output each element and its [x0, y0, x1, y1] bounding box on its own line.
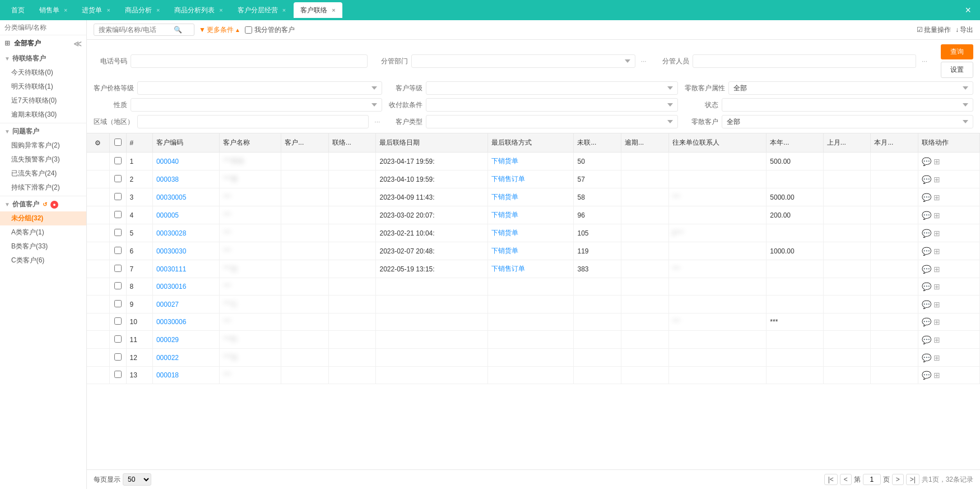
close-customer-tier-tab[interactable]: ×	[282, 7, 286, 13]
row-last-contact-method[interactable]: 下销货单	[488, 242, 574, 260]
my-customers-checkbox[interactable]: 我分管的客户	[245, 25, 295, 35]
first-page-button[interactable]: |<	[824, 474, 838, 485]
tab-sales[interactable]: 销售单 ×	[32, 2, 74, 18]
col-contact[interactable]: 联络...	[328, 133, 376, 153]
group-pending-contact[interactable]: ▼ 待联络客户	[0, 52, 86, 66]
col-this-month[interactable]: 本月...	[871, 133, 918, 153]
close-sales-tab[interactable]: ×	[64, 7, 67, 13]
close-customer-contact-tab[interactable]: ×	[332, 7, 335, 13]
row-checkbox[interactable]	[109, 296, 126, 313]
sidebar-item-7days[interactable]: 近7天待联络(0)	[0, 94, 86, 108]
query-button[interactable]: 查询	[941, 44, 973, 59]
col-this-year[interactable]: 本年...	[767, 133, 824, 153]
col-type[interactable]: 客户...	[281, 133, 329, 153]
tab-goods-analysis[interactable]: 商品分析 ×	[118, 2, 166, 18]
row-code[interactable]: 00030005	[152, 188, 220, 206]
contact-icon[interactable]: 💬	[922, 229, 931, 238]
col-name[interactable]: 客户名称	[220, 133, 281, 153]
col-overdue[interactable]: 逾期...	[621, 133, 669, 153]
contact-icon[interactable]: 💬	[922, 211, 931, 220]
row-checkbox[interactable]	[109, 278, 126, 296]
sidebar-item-today[interactable]: 今天待联络(0)	[0, 66, 86, 80]
more-action-icon[interactable]: ⊞	[933, 247, 940, 256]
contact-icon[interactable]: 💬	[922, 247, 931, 256]
sidebar-item-abnormal[interactable]: 囤购异常客户(2)	[0, 139, 86, 153]
nature-select[interactable]	[131, 98, 382, 112]
person-input[interactable]	[693, 54, 916, 68]
close-purchase-tab[interactable]: ×	[106, 7, 110, 13]
row-checkbox[interactable]	[109, 206, 126, 224]
search-input[interactable]	[99, 26, 171, 34]
row-last-contact-method[interactable]	[488, 349, 574, 367]
sidebar-item-declining[interactable]: 持续下滑客户(2)	[0, 181, 86, 195]
sidebar-item-a-class[interactable]: A类客户(1)	[0, 225, 86, 239]
bulk-ops-button[interactable]: ☑ 批量操作	[917, 25, 951, 35]
row-checkbox[interactable]	[109, 188, 126, 206]
customer-level-select[interactable]	[426, 81, 677, 95]
contact-icon[interactable]: 💬	[922, 335, 931, 344]
dept-select[interactable]	[411, 54, 635, 68]
region-dots[interactable]: ···	[372, 118, 382, 126]
row-last-contact-method[interactable]: 下销售订单	[488, 260, 574, 278]
contact-icon[interactable]: 💬	[922, 353, 931, 362]
row-code[interactable]: 000005	[152, 206, 220, 224]
status-select[interactable]	[722, 98, 973, 112]
customer-type-select[interactable]	[426, 115, 677, 128]
sidebar-item-b-class[interactable]: B类客户(33)	[0, 239, 86, 253]
next-page-button[interactable]: >	[892, 474, 904, 485]
more-action-icon[interactable]: ⊞	[933, 282, 940, 291]
settings-icon[interactable]: ⚙	[95, 139, 101, 147]
col-last-contact-date[interactable]: 最后联络日期	[376, 133, 488, 153]
more-action-icon[interactable]: ⊞	[933, 371, 940, 380]
close-goods-list-tab[interactable]: ×	[219, 7, 222, 13]
row-checkbox[interactable]	[109, 242, 126, 260]
col-settings[interactable]: ⚙	[87, 133, 109, 153]
row-code[interactable]: 000018	[152, 367, 220, 384]
row-last-contact-method[interactable]: 下销货单	[488, 153, 574, 170]
row-last-contact-method[interactable]	[488, 367, 574, 384]
group-value-customers[interactable]: ▼ 价值客户 ↺ ●	[0, 197, 86, 211]
sidebar-item-ungrouped[interactable]: 未分组(32)	[0, 211, 86, 225]
dept-dots[interactable]: ···	[639, 57, 649, 65]
more-action-icon[interactable]: ⊞	[933, 335, 940, 344]
contact-icon[interactable]: 💬	[922, 300, 931, 309]
more-action-icon[interactable]: ⊞	[933, 317, 940, 326]
reset-button[interactable]: 设置	[941, 62, 973, 78]
group-problem-customers[interactable]: ▼ 问题客户	[0, 124, 86, 139]
row-code[interactable]: 00030006	[152, 313, 220, 331]
row-checkbox[interactable]	[109, 224, 126, 242]
row-code[interactable]: 000040	[152, 153, 220, 170]
sidebar-search-input[interactable]	[4, 24, 87, 31]
row-code[interactable]: 000027	[152, 296, 220, 313]
row-code[interactable]: 00030016	[152, 278, 220, 296]
per-page-select[interactable]: 50 20 100	[123, 473, 151, 486]
my-customers-check[interactable]	[245, 26, 252, 34]
last-page-button[interactable]: >|	[906, 474, 919, 485]
row-checkbox[interactable]	[109, 349, 126, 367]
search-icon[interactable]: 🔍	[174, 26, 182, 34]
more-action-icon[interactable]: ⊞	[933, 229, 940, 238]
close-all-button[interactable]: ×	[960, 4, 976, 16]
contact-icon[interactable]: 💬	[922, 193, 931, 202]
row-code[interactable]: 00030028	[152, 224, 220, 242]
sidebar-item-churned[interactable]: 已流失客户(24)	[0, 167, 86, 181]
row-checkbox[interactable]	[109, 313, 126, 331]
row-code[interactable]: 000022	[152, 349, 220, 367]
tab-home[interactable]: 首页	[4, 2, 31, 18]
page-input[interactable]	[863, 474, 881, 485]
row-code[interactable]: 000038	[152, 170, 220, 188]
row-code[interactable]: 000029	[152, 331, 220, 349]
all-customers-header[interactable]: ⊞ 全部客户 ≪	[0, 35, 86, 52]
tab-purchase[interactable]: 进货单 ×	[75, 2, 117, 18]
contact-icon[interactable]: 💬	[922, 371, 931, 380]
row-last-contact-method[interactable]: 下销货单	[488, 224, 574, 242]
col-last-month[interactable]: 上月...	[823, 133, 871, 153]
retail-attr-select[interactable]: 全部	[728, 81, 973, 95]
row-checkbox[interactable]	[109, 260, 126, 278]
prev-page-button[interactable]: <	[840, 474, 852, 485]
col-code[interactable]: 客户编码	[152, 133, 220, 153]
more-action-icon[interactable]: ⊞	[933, 353, 940, 362]
sidebar-item-churn-warning[interactable]: 流失预警客户(3)	[0, 153, 86, 167]
row-last-contact-method[interactable]: 下销售订单	[488, 170, 574, 188]
col-unit-contact[interactable]: 往来单位联系人	[668, 133, 767, 153]
